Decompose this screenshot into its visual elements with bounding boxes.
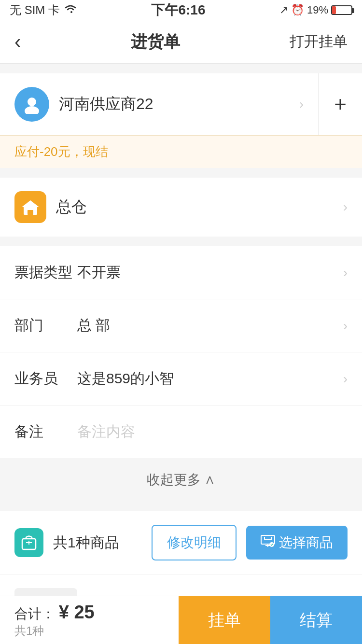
salesperson-label: 业务员 — [14, 369, 77, 389]
svg-point-1 — [25, 106, 39, 114]
product-count: 共1种商品 — [53, 533, 152, 553]
battery-fill — [332, 6, 336, 14]
status-left: 无 SIM 卡 — [10, 2, 77, 18]
remark-label: 备注 — [14, 422, 77, 442]
warehouse-icon — [14, 191, 46, 223]
bottom-bar: 合计： ¥ 25 共1种 挂单 结算 — [0, 596, 362, 644]
svg-point-0 — [28, 98, 36, 106]
total-sub: 共1种 — [14, 623, 164, 639]
total-area: 合计： ¥ 25 共1种 — [0, 602, 179, 639]
checkout-button[interactable]: 结算 — [270, 596, 362, 644]
svg-marker-3 — [22, 200, 39, 207]
form-section: 票据类型 不开票 › 部门 总 部 › 业务员 这是859的小智 › 备注 备注… — [0, 246, 362, 458]
warehouse-chevron-icon: › — [343, 199, 348, 215]
warehouse-row[interactable]: 总仓 › — [0, 178, 362, 237]
collapse-row[interactable]: 收起更多 ∧ — [0, 458, 362, 502]
svg-rect-4 — [28, 210, 33, 215]
divider-1 — [0, 64, 362, 73]
status-time: 下午6:16 — [151, 1, 205, 19]
department-chevron-icon: › — [343, 318, 348, 334]
product-header: 共1种商品 修改明细 选择商品 — [0, 511, 362, 574]
battery-percent: 19% — [307, 4, 328, 16]
total-main: 合计： ¥ 25 — [14, 602, 164, 623]
select-product-label: 选择商品 — [279, 533, 333, 552]
remark-row[interactable]: 备注 备注内容 — [0, 406, 362, 458]
location-icon: ↗ — [279, 4, 288, 16]
product-section-icon — [14, 528, 43, 557]
salesperson-row[interactable]: 业务员 这是859的小智 › — [0, 352, 362, 406]
salesperson-value: 这是859的小智 — [77, 369, 343, 389]
supplier-name: 河南供应商22 — [59, 94, 299, 115]
remark-value: 备注内容 — [77, 422, 348, 442]
department-value: 总 部 — [77, 316, 343, 336]
department-row[interactable]: 部门 总 部 › — [0, 299, 362, 352]
battery-icon — [331, 5, 352, 15]
supplier-avatar — [14, 87, 49, 122]
edit-detail-button[interactable]: 修改明细 — [152, 525, 237, 560]
invoice-type-chevron-icon: › — [343, 265, 348, 280]
warehouse-name: 总仓 — [56, 196, 343, 218]
wifi-icon — [64, 3, 77, 17]
back-button[interactable]: ‹ — [14, 31, 21, 53]
invoice-type-value: 不开票 — [77, 263, 343, 282]
page-title: 进货单 — [131, 31, 180, 53]
select-product-button[interactable]: 选择商品 — [246, 526, 348, 560]
supplier-hint: 应付-20元，现结 — [0, 135, 362, 168]
alarm-icon: ⏰ — [291, 4, 304, 16]
invoice-type-label: 票据类型 — [14, 263, 77, 282]
hang-button[interactable]: 挂单 — [179, 596, 270, 644]
invoice-type-row[interactable]: 票据类型 不开票 › — [0, 246, 362, 299]
select-product-icon — [261, 535, 275, 551]
warehouse-section: 总仓 › — [0, 178, 362, 237]
collapse-label: 收起更多 ∧ — [147, 471, 216, 489]
total-amount: ¥ 25 — [59, 602, 95, 622]
salesperson-chevron-icon: › — [343, 371, 348, 387]
supplier-chevron-icon: › — [299, 97, 304, 112]
nav-bar: ‹ 进货单 打开挂单 — [0, 20, 362, 64]
carrier-label: 无 SIM 卡 — [10, 2, 60, 18]
status-bar: 无 SIM 卡 下午6:16 ↗ ⏰ 19% — [0, 0, 362, 20]
supplier-section: 河南供应商22 › + — [0, 73, 362, 135]
status-right: ↗ ⏰ 19% — [279, 4, 352, 16]
total-label: 合计： — [14, 606, 55, 621]
supplier-main[interactable]: 河南供应商22 › — [0, 73, 319, 135]
department-label: 部门 — [14, 316, 77, 336]
open-hang-button[interactable]: 打开挂单 — [290, 32, 348, 52]
supplier-add-button[interactable]: + — [319, 92, 362, 116]
